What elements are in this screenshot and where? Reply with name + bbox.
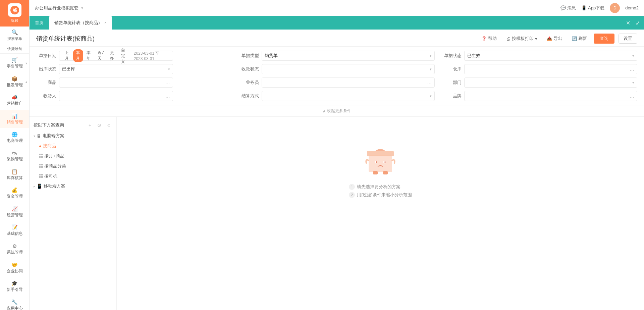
finance-icon: 💰 bbox=[11, 187, 18, 193]
scheme-item-by-category[interactable]: 按商品分类 bbox=[30, 161, 116, 171]
tab-home[interactable]: 首页 bbox=[30, 16, 49, 30]
sales-label: 销售管理 bbox=[7, 120, 23, 125]
filter-row-3: 商品 … 业务员 … 部门 bbox=[36, 78, 637, 88]
inventory-icon: 📋 bbox=[11, 169, 18, 175]
avatar[interactable]: D bbox=[610, 3, 620, 13]
receive-status-control[interactable]: ▾ bbox=[262, 64, 435, 74]
industry-label: 办公用品行业模拟账套 bbox=[35, 5, 78, 11]
brand-dots-icon[interactable]: … bbox=[630, 93, 634, 99]
status-control[interactable]: 已生效 ▾ bbox=[464, 51, 637, 61]
empty-illustration bbox=[360, 137, 400, 177]
help-button[interactable]: ❓ 帮助 bbox=[479, 34, 499, 43]
by-month-goods-icon bbox=[39, 154, 43, 159]
type-label: 单据类型 bbox=[239, 53, 262, 59]
export-button[interactable]: 📤 导出 bbox=[544, 34, 565, 43]
svg-rect-14 bbox=[369, 155, 392, 172]
message-button[interactable]: 💬 消息 bbox=[560, 5, 576, 11]
sidebar-item-basic[interactable]: 📝 基础信息 bbox=[0, 221, 29, 240]
sidebar-item-wholesale[interactable]: 📦 批发管理 ▴ bbox=[0, 72, 29, 91]
svg-rect-10 bbox=[39, 174, 41, 175]
goods-dots-icon[interactable]: … bbox=[165, 80, 170, 85]
brand-label: 品牌 bbox=[441, 93, 464, 99]
inventory-label: 库存核算 bbox=[7, 175, 23, 181]
receiver-dots-icon[interactable]: … bbox=[165, 93, 170, 99]
filter-warehouse: 仓库 … bbox=[441, 64, 637, 74]
svg-rect-5 bbox=[41, 156, 43, 158]
sidebar-item-ecom[interactable]: 🌐 电商管理 bbox=[0, 128, 29, 147]
sidebar-item-apps[interactable]: 🔧 应用中心 bbox=[0, 296, 29, 310]
template-print-button[interactable]: 🖨 按模板打印 ▾ bbox=[503, 34, 540, 43]
sidebar-item-finance[interactable]: 💰 资金管理 bbox=[0, 184, 29, 203]
scheme-group-mobile-title[interactable]: ▸ 📱 移动端方案 bbox=[30, 181, 116, 191]
sidebar-item-guide[interactable]: 🎓 新手引导 bbox=[0, 277, 29, 296]
scheme-item-by-goods[interactable]: ● 按商品 bbox=[30, 141, 116, 151]
scheme-collapse-button[interactable]: « bbox=[105, 121, 112, 129]
sidebar-item-inventory[interactable]: 📋 库存核算 bbox=[0, 165, 29, 184]
sidebar-item-sales[interactable]: 📊 销售管理 bbox=[0, 110, 29, 128]
filter-out-status: 出库状态 已出库 ▾ bbox=[36, 64, 232, 74]
date-tab-7days[interactable]: 近7天 bbox=[95, 49, 107, 62]
main-data-area: 1 请先选择要分析的方案 2 用[过滤]条件来缩小分析范围 bbox=[117, 117, 644, 310]
system-label: 系统管理 bbox=[7, 250, 23, 255]
query-button[interactable]: 查询 bbox=[594, 34, 614, 44]
payment-control[interactable]: ▾ bbox=[262, 91, 435, 101]
avatar-letter: D bbox=[613, 6, 616, 10]
filter-panel: 单据日期 上月 本月 本年 近7天 更多 自定义 2023-03-01 至 20… bbox=[30, 47, 644, 105]
retail-label: 零售管理 bbox=[7, 64, 23, 69]
refresh-button[interactable]: 🔄 刷新 bbox=[569, 34, 590, 43]
page-title-bar: 销货单统计表(按商品) ❓ 帮助 🖨 按模板打印 ▾ 📤 导出 🔄 刷新 bbox=[30, 30, 644, 47]
window-close-button[interactable]: ✕ bbox=[625, 18, 632, 28]
staff-dots-icon[interactable]: … bbox=[427, 80, 432, 85]
dept-control[interactable]: ▾ bbox=[464, 78, 637, 88]
brand-control[interactable]: … bbox=[464, 91, 637, 101]
marketing-icon: 📣 bbox=[11, 94, 18, 100]
goods-control[interactable]: … bbox=[59, 78, 173, 88]
industry-dropdown-icon[interactable]: ▾ bbox=[81, 6, 83, 10]
sidebar-item-purchase[interactable]: 🛍 采购管理 bbox=[0, 147, 29, 165]
out-status-control[interactable]: 已出库 ▾ bbox=[59, 64, 173, 74]
date-tab-more[interactable]: 更多 bbox=[107, 49, 118, 62]
scheme-settings-button[interactable]: ⊙ bbox=[96, 121, 103, 129]
window-maximize-button[interactable]: ⤢ bbox=[634, 18, 641, 28]
marketing-label: 营销推广 bbox=[7, 101, 23, 106]
sidebar-item-operation[interactable]: 📈 经营管理 bbox=[0, 203, 29, 221]
sidebar-item-marketing[interactable]: 📣 营销推广 bbox=[0, 91, 29, 110]
retail-icon: 🛒 bbox=[11, 57, 18, 63]
scheme-item-by-month-goods[interactable]: 按月+商品 bbox=[30, 151, 116, 161]
tab-report[interactable]: 销货单统计表（按商品） × bbox=[49, 16, 112, 30]
type-value: 销货单 bbox=[265, 53, 428, 59]
date-tab-this-month[interactable]: 本月 bbox=[73, 49, 84, 62]
purchase-label: 采购管理 bbox=[7, 157, 23, 162]
staff-control[interactable]: … bbox=[262, 78, 435, 88]
scheme-item-by-cashier[interactable]: 按司机 bbox=[30, 171, 116, 181]
tab-close-icon[interactable]: × bbox=[104, 20, 107, 25]
guide-label: 新手引导 bbox=[7, 287, 23, 293]
goods-label: 商品 bbox=[36, 80, 59, 86]
collapse-bar[interactable]: ∧ 收起更多条件 bbox=[30, 105, 644, 117]
by-cashier-icon bbox=[39, 174, 43, 179]
receiver-label: 收货人 bbox=[36, 93, 59, 99]
sidebar-search-item[interactable]: 🔍 搜索菜单 bbox=[0, 27, 29, 44]
date-tab-custom[interactable]: 自定义 bbox=[118, 47, 131, 65]
date-tab-last-month[interactable]: 上月 bbox=[62, 49, 72, 62]
settings-button[interactable]: 设置 bbox=[619, 34, 637, 44]
warehouse-control[interactable]: … bbox=[464, 64, 637, 74]
date-tab-this-year[interactable]: 本年 bbox=[84, 49, 94, 62]
sidebar-logo[interactable]: 畅 标账 bbox=[0, 0, 29, 27]
sidebar-item-retail[interactable]: 🛒 零售管理 ▾ bbox=[0, 54, 29, 72]
date-tabs: 上月 本月 本年 近7天 更多 自定义 bbox=[62, 47, 131, 65]
date-control[interactable]: 上月 本月 本年 近7天 更多 自定义 2023-03-01 至 2023-03… bbox=[59, 51, 173, 61]
scheme-add-button[interactable]: + bbox=[86, 121, 94, 129]
sidebar-item-system[interactable]: ⚙ 系统管理 bbox=[0, 240, 29, 259]
warehouse-dots-icon[interactable]: … bbox=[630, 66, 634, 72]
scheme-group-pc-title[interactable]: ▾ 🖥 电脑端方案 bbox=[30, 131, 116, 141]
receiver-control[interactable]: … bbox=[59, 91, 173, 101]
app-download-button[interactable]: 📱 App下载 bbox=[581, 5, 604, 11]
mobile-group-label: 移动端方案 bbox=[44, 183, 65, 189]
basic-icon: 📝 bbox=[11, 224, 18, 230]
sidebar-quick-nav[interactable]: 快捷导航 bbox=[0, 44, 29, 54]
by-goods-label: 按商品 bbox=[43, 143, 56, 149]
sidebar-item-enterprise[interactable]: 🤝 企业协同 bbox=[0, 259, 29, 277]
apps-label: 应用中心 bbox=[7, 306, 23, 310]
type-control[interactable]: 销货单 ▾ bbox=[262, 51, 435, 61]
